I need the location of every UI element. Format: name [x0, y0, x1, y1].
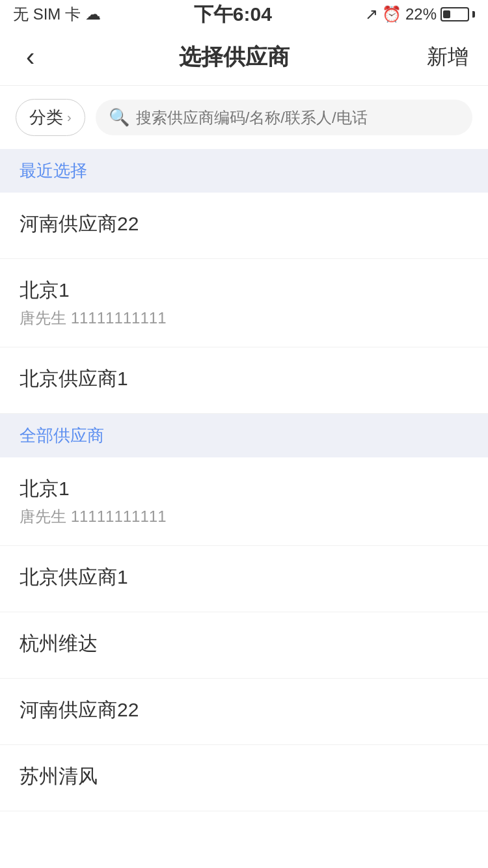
alarm-icon: ⏰: [382, 5, 401, 23]
item-name: 河南供应商22: [20, 211, 468, 237]
list-item[interactable]: 北京供应商1: [0, 546, 488, 612]
location-icon: ↗: [365, 5, 378, 23]
status-bar: 无 SIM 卡 ☁ 下午6:04 ↗ ⏰ 22%: [0, 0, 488, 29]
battery-tip: [472, 11, 475, 18]
nav-bar: ‹ 选择供应商 新增: [0, 29, 488, 86]
chevron-right-icon: ›: [67, 110, 72, 125]
list-item[interactable]: 河南供应商22: [0, 679, 488, 745]
page-title: 选择供应商: [179, 42, 290, 72]
item-sub: 唐先生 11111111111: [20, 308, 468, 329]
category-label: 分类: [29, 106, 63, 129]
list-item[interactable]: 河南供应商22: [0, 193, 488, 259]
list-item[interactable]: 北京供应商1: [0, 347, 488, 414]
item-name: 杭州维达: [20, 631, 468, 657]
list-item[interactable]: 杭州维达: [0, 612, 488, 679]
category-filter-button[interactable]: 分类 ›: [16, 99, 85, 136]
item-name: 北京1: [20, 476, 468, 502]
item-name: 北京1: [20, 277, 468, 304]
search-box[interactable]: 🔍: [96, 100, 472, 135]
item-name: 北京供应商1: [20, 366, 468, 392]
list-item[interactable]: 北京1唐先生 11111111111: [0, 457, 488, 546]
recent-list: 河南供应商22北京1唐先生 11111111111北京供应商1: [0, 193, 488, 414]
all-section-header: 全部供应商: [0, 414, 488, 457]
item-sub: 唐先生 11111111111: [20, 506, 468, 527]
recent-section-header: 最近选择: [0, 149, 488, 193]
battery-icon: [441, 7, 469, 21]
filter-bar: 分类 › 🔍: [0, 86, 488, 149]
item-name: 河南供应商22: [20, 697, 468, 724]
back-button[interactable]: ‹: [20, 36, 41, 78]
sim-status: 无 SIM 卡 ☁: [13, 4, 101, 25]
search-input[interactable]: [136, 109, 459, 127]
status-time: 下午6:04: [194, 1, 272, 28]
item-name: 北京供应商1: [20, 564, 468, 591]
all-suppliers-list: 北京1唐先生 11111111111北京供应商1杭州维达河南供应商22苏州清风: [0, 457, 488, 811]
status-left: 无 SIM 卡 ☁: [13, 4, 101, 25]
list-item[interactable]: 北京1唐先生 11111111111: [0, 259, 488, 347]
add-button[interactable]: 新增: [427, 43, 468, 72]
item-name: 苏州清风: [20, 763, 468, 790]
status-right: ↗ ⏰ 22%: [365, 5, 475, 23]
battery-percent: 22%: [405, 5, 437, 23]
search-icon: 🔍: [109, 107, 129, 128]
list-item[interactable]: 苏州清风: [0, 745, 488, 811]
